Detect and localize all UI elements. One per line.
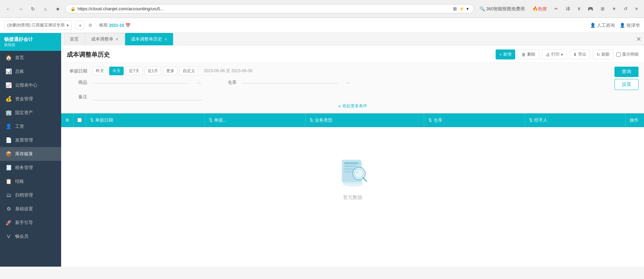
show-columns-checkbox[interactable] — [616, 52, 621, 57]
th-warehouse-label: 仓库 — [433, 117, 442, 123]
goods-input-area[interactable] — [93, 82, 189, 83]
sidebar-item-archive[interactable]: 🗂 归档管理 — [0, 188, 61, 202]
tab-cost-adjust-history[interactable]: 成本调整单历史 ✕ — [125, 33, 173, 45]
empty-icon — [336, 155, 370, 189]
browser-apps-icon[interactable]: ⊞ — [453, 6, 457, 11]
warehouse-more-btn[interactable]: ··· — [344, 80, 353, 85]
svg-rect-6 — [344, 171, 354, 172]
company-selector[interactable]: (勿删勿禁用) 江西服宝测试专用 ▾ — [4, 21, 72, 30]
sidebar-item-reports[interactable]: 📈 云报表中心 — [0, 78, 61, 92]
th-settings[interactable]: ⚙ — [61, 113, 74, 127]
svg-point-10 — [357, 171, 359, 173]
sidebar-item-assets[interactable]: 🏢 固定资产 — [0, 106, 61, 120]
home-button[interactable]: ⌂ — [41, 4, 50, 14]
th-doc[interactable]: ⇅ 单据... — [205, 113, 305, 127]
add-company-btn[interactable]: + — [75, 21, 85, 30]
th-person[interactable]: ⇅ 经手人 — [525, 113, 625, 127]
sidebar-label-closing: 结账 — [15, 178, 24, 185]
collapse-btn[interactable]: ∧ 收起更多条件 — [338, 103, 367, 109]
undo-btn[interactable]: ↺ — [621, 5, 630, 13]
search-ext-btn[interactable]: 🔍 360智能抠图免费用 — [477, 4, 528, 13]
sidebar-item-home[interactable]: 🏠 首页 — [0, 51, 61, 65]
sidebar-item-inventory[interactable]: 📦 库存核算 — [0, 147, 61, 161]
sidebar-item-ledger[interactable]: 📊 总账 — [0, 65, 61, 78]
star-button[interactable]: ★ — [53, 4, 63, 14]
settings-icon[interactable]: ⚙ — [88, 23, 92, 28]
new-btn[interactable]: + 新增 — [496, 49, 515, 59]
sidebar-item-funds[interactable]: 💰 资金管理 — [0, 92, 61, 106]
funds-icon: 💰 — [5, 96, 12, 102]
back-button[interactable]: ← — [3, 4, 13, 14]
th-person-label: 经手人 — [534, 117, 547, 123]
print-btn[interactable]: 🖨 打印 ▾ — [542, 49, 567, 59]
th-doc-label: 单据... — [214, 117, 227, 123]
tab-cost-adjust-close[interactable]: ✕ — [115, 37, 118, 42]
tab-home[interactable]: 首页 — [64, 33, 84, 45]
more-btn[interactable]: 更多 — [163, 67, 178, 75]
support-link[interactable]: 👤 人工咨询 — [590, 22, 615, 29]
th-type[interactable]: ⇅ 业务类型 — [305, 113, 424, 127]
th-warehouse[interactable]: ⇅ 仓库 — [424, 113, 525, 127]
th-actions-label: 操作 — [630, 117, 639, 123]
th-date[interactable]: ⇅ 单据日期 — [86, 113, 205, 127]
remarks-row: 备注 — [67, 93, 639, 100]
tabs-bar: 首页 成本调整单 ✕ 成本调整单历史 ✕ ✕ — [61, 33, 644, 45]
export-btn[interactable]: ⬆ 导出 — [569, 49, 590, 59]
show-columns-label[interactable]: 显示明细 — [616, 52, 639, 57]
query-btn[interactable]: 查询 — [614, 67, 639, 77]
sidebar-item-guide[interactable]: 🚀 新手引导 — [0, 216, 61, 230]
sidebar-item-closing[interactable]: 📋 结账 — [0, 175, 61, 188]
today-btn[interactable]: 今天 — [109, 67, 124, 75]
select-all-checkbox[interactable] — [77, 118, 82, 122]
th-checkbox[interactable] — [74, 113, 86, 127]
goods-more-btn[interactable]: ··· — [194, 80, 204, 85]
sidebar-item-salary[interactable]: 👤 工资 — [0, 120, 61, 133]
collapse-label: 收起更多条件 — [342, 103, 367, 109]
support-icon: 👤 — [590, 23, 596, 28]
goods-warehouse-row: 商品 ··· 仓库 ··· — [67, 79, 603, 86]
calendar-icon[interactable]: 📅 — [125, 23, 131, 28]
yesterday-btn[interactable]: 昨天 — [93, 67, 107, 75]
settings-icon: ⚙ — [5, 206, 12, 212]
empty-state: 暂元数据 — [61, 127, 644, 228]
delete-btn[interactable]: 🗑 删除 — [518, 49, 539, 59]
forward-button[interactable]: → — [16, 4, 25, 14]
user-avatar[interactable]: 👤 徐泽华 — [620, 22, 640, 29]
tab-cost-adjust[interactable]: 成本调整单 ✕ — [85, 33, 124, 45]
tab-home-label: 首页 — [70, 36, 79, 42]
browser-bolt-icon[interactable]: ⚡ — [459, 6, 464, 11]
remarks-input[interactable] — [93, 93, 203, 100]
scissors-btn[interactable]: ✂ — [552, 5, 561, 13]
sidebar-item-invoice[interactable]: 📄 发票管理 — [0, 133, 61, 147]
last-month-btn[interactable]: 近1月 — [145, 67, 161, 75]
sidebar-item-membership[interactable]: V 畅会员 — [0, 230, 61, 243]
sidebar-item-tax[interactable]: 🧾 税务管理 — [0, 161, 61, 175]
sidebar-label-archive: 归档管理 — [15, 192, 33, 198]
grid-btn[interactable]: ⊞ — [598, 5, 607, 13]
close-all-tabs-btn[interactable]: ✕ — [636, 35, 641, 43]
last7days-btn[interactable]: 近7天 — [126, 67, 143, 75]
sidebar-logo: 畅捷通好会计 旗舰版 — [0, 33, 61, 51]
sidebar-label-tax: 税务管理 — [15, 165, 33, 171]
period-info: 账期 2021-10 📅 — [99, 22, 131, 28]
refresh-button[interactable]: ↻ — [28, 4, 38, 14]
hot-search-btn[interactable]: 🔥热搜 — [530, 4, 550, 13]
date-filter-row: 单据日期 昨天 今天 近7天 近1月 更多 自定义 2023-06-06 至 2… — [67, 67, 603, 75]
refresh-btn[interactable]: ↻ 刷新 — [593, 49, 613, 59]
brightness-btn[interactable]: ☀ — [609, 5, 619, 13]
setting-btn[interactable]: 设置 — [614, 79, 639, 90]
print-icon: 🖨 — [546, 52, 550, 57]
menu-btn[interactable]: ≡ — [632, 5, 641, 13]
custom-btn[interactable]: 自定义 — [180, 67, 198, 75]
table-header: ⚙ ⇅ 单据日期 ⇅ 单据... ⇅ 业务类型 ⇅ — [61, 113, 644, 127]
sidebar-item-settings[interactable]: ⚙ 基础设置 — [0, 202, 61, 216]
translate-btn[interactable]: 译 — [563, 4, 573, 13]
guide-icon: 🚀 — [5, 220, 12, 226]
address-bar[interactable]: 🔒 https://cloud.chanjet.com/accounting/u… — [65, 4, 474, 13]
browser-dropdown-icon[interactable]: ▾ — [466, 6, 469, 11]
wallet-btn[interactable]: ¥ — [575, 5, 583, 13]
main-layout: 畅捷通好会计 旗舰版 🏠 首页 📊 总账 📈 云报表中心 💰 资金管理 — [0, 33, 644, 267]
warehouse-input-area[interactable] — [242, 82, 338, 83]
tab-cost-adjust-history-close[interactable]: ✕ — [164, 37, 167, 42]
game-btn[interactable]: 🎮 — [585, 5, 596, 13]
